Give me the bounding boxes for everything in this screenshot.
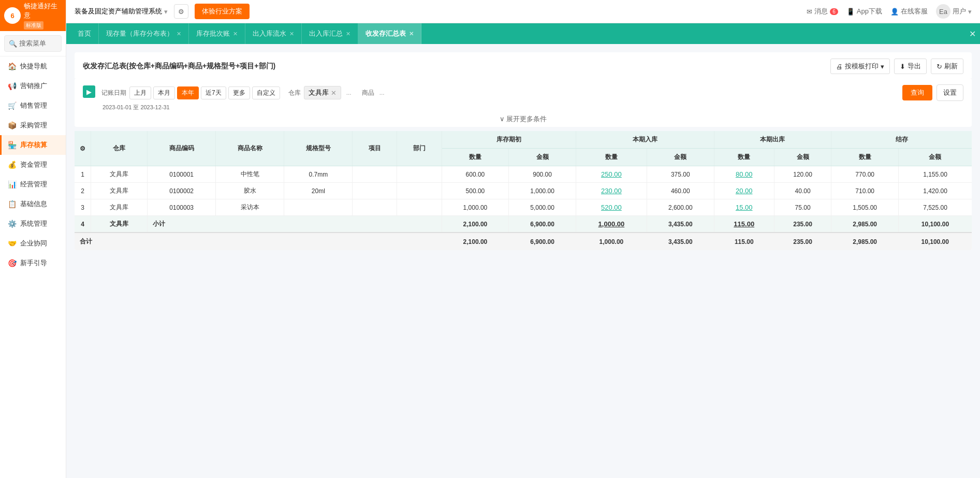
footer-close-amt: 10,100.00 <box>898 233 972 250</box>
enterprise-icon: 🤝 <box>8 239 16 248</box>
filter-settings-button[interactable]: 设置 <box>937 84 963 101</box>
search-menu-button[interactable]: 🔍 搜索菜单 <box>4 35 62 52</box>
date-btn-this-year[interactable]: 本年 <box>177 86 199 99</box>
tab-batch-account[interactable]: 库存批次账 ✕ <box>189 23 245 44</box>
cell-close-qty: 710.00 <box>831 183 899 199</box>
sidebar-item-inventory[interactable]: 🏪 库存核算 <box>0 135 66 155</box>
avatar: Ea <box>936 4 950 19</box>
cell-in-qty[interactable]: 520.00 <box>576 199 647 216</box>
cell-in-amt: 460.00 <box>647 183 714 199</box>
cell-code: 0100001 <box>148 166 216 183</box>
subtotal-no: 4 <box>75 216 91 233</box>
col-closing-group: 结存 <box>831 131 972 149</box>
export-button[interactable]: ⬇ 导出 <box>894 59 927 74</box>
col-out-amt: 金额 <box>774 149 831 166</box>
cell-close-amt: 1,420.00 <box>898 183 972 199</box>
tab-close-in-out-summary[interactable]: ✕ <box>346 31 350 37</box>
basic-icon: 📋 <box>8 200 16 208</box>
cell-project <box>353 183 397 199</box>
date-btn-custom[interactable]: 自定义 <box>252 86 280 99</box>
purchase-icon: 📦 <box>8 121 16 129</box>
cell-warehouse: 文具库 <box>91 183 148 199</box>
sidebar-item-enterprise[interactable]: 🤝 企业协同 <box>0 234 66 253</box>
date-btn-last-month[interactable]: 上月 <box>129 86 151 99</box>
tab-close-batch-account[interactable]: ✕ <box>233 31 238 37</box>
goods-more-button[interactable]: ... <box>377 89 387 96</box>
sidebar-item-system[interactable]: ⚙️ 系统管理 <box>0 214 66 234</box>
cell-in-qty[interactable]: 250.00 <box>576 166 647 183</box>
cell-out-qty[interactable]: 15.00 <box>714 199 774 216</box>
topbar-left: 装备及固定资产辅助管理系统 ▾ ⚙ 体验行业方案 <box>75 4 250 19</box>
home-icon: 🏠 <box>8 62 16 70</box>
cell-project <box>353 199 397 216</box>
page-title-bar: 收发存汇总表(按仓库+商品编码+商品+规格型号+项目+部门) 🖨 按模板打印 ▾… <box>75 52 972 78</box>
subtotal-close-amt: 10,100.00 <box>898 216 972 233</box>
cell-out-qty[interactable]: 80.00 <box>714 166 774 183</box>
cell-open-qty: 500.00 <box>442 183 509 199</box>
cell-out-qty[interactable]: 20.00 <box>714 183 774 199</box>
cell-open-qty: 1,000.00 <box>442 199 509 216</box>
cell-no: 3 <box>75 199 91 216</box>
print-button[interactable]: 🖨 按模板打印 ▾ <box>830 59 890 74</box>
cell-in-qty[interactable]: 230.00 <box>576 183 647 199</box>
operation-icon: 📊 <box>8 180 16 189</box>
date-btn-this-month[interactable]: 本月 <box>153 86 175 99</box>
sidebar-item-finance[interactable]: 💰 资金管理 <box>0 155 66 175</box>
chevron-down-icon: ▾ <box>968 8 972 16</box>
system-name-dropdown[interactable]: 装备及固定资产辅助管理系统 ▾ <box>75 7 168 16</box>
cell-code: 0100003 <box>148 199 216 216</box>
newbie-icon: 🎯 <box>8 259 16 267</box>
tab-in-out-flow[interactable]: 出入库流水 ✕ <box>245 23 302 44</box>
cell-out-amt: 75.00 <box>774 199 831 216</box>
col-close-qty: 数量 <box>831 149 899 166</box>
tab-stock-dist[interactable]: 现存量（库存分布表） ✕ <box>99 23 189 44</box>
sidebar-item-quick-nav[interactable]: 🏠 快捷导航 <box>0 56 66 76</box>
query-button[interactable]: 查询 <box>902 85 932 100</box>
trial-button[interactable]: 体验行业方案 <box>195 4 250 19</box>
cell-dept <box>397 199 442 216</box>
filter-content: 记账日期 上月 本月 本年 近7天 更多 自定义 <box>101 84 963 111</box>
col-project-header: 项目 <box>353 131 397 166</box>
col-out-group: 本期出库 <box>714 131 831 149</box>
user-action[interactable]: Ea 用户 ▾ <box>936 4 972 19</box>
goods-filter-item: 商品 ... <box>362 89 387 97</box>
tab-home[interactable]: 首页 <box>70 23 99 44</box>
table-row: 1 文具库 0100001 中性笔 0.7mm 600.00 900.00 25… <box>75 166 972 183</box>
cell-warehouse: 文具库 <box>91 166 148 183</box>
app-download-action[interactable]: 📱 App下载 <box>846 7 882 16</box>
tab-close-recv-send-summary[interactable]: ✕ <box>409 31 414 37</box>
col-settings: ⚙ <box>75 131 91 166</box>
cell-open-qty: 600.00 <box>442 166 509 183</box>
col-in-group: 本期入库 <box>576 131 714 149</box>
page-actions: 🖨 按模板打印 ▾ ⬇ 导出 ↻ 刷新 <box>830 59 963 74</box>
sidebar-item-marketing[interactable]: 📢 营销推广 <box>0 76 66 96</box>
sidebar-item-purchase[interactable]: 📦 采购管理 <box>0 115 66 135</box>
date-filter-buttons: 上月 本月 本年 近7天 更多 自定义 <box>129 86 280 99</box>
subtotal-in-amt: 3,435.00 <box>647 216 714 233</box>
refresh-button[interactable]: ↻ 刷新 <box>931 59 963 74</box>
subtotal-out-qty: 115.00 <box>714 216 774 233</box>
tab-close-in-out-flow[interactable]: ✕ <box>289 31 294 37</box>
warehouse-tag-close[interactable]: ✕ <box>331 89 337 97</box>
close-all-tabs-button[interactable]: ✕ <box>969 29 976 39</box>
data-table: ⚙ 仓库 商品编码 商品名称 规格型号 项目 部门 库存期初 本期入库 本期出库… <box>75 131 972 250</box>
tab-recv-send-summary[interactable]: 收发存汇总表 ✕ <box>358 23 421 44</box>
settings-button[interactable]: ⚙ <box>174 4 188 19</box>
tab-in-out-summary[interactable]: 出入库汇总 ✕ <box>302 23 358 44</box>
sidebar-item-sales[interactable]: 🛒 销售管理 <box>0 96 66 115</box>
sidebar-item-basic[interactable]: 📋 基础信息 <box>0 194 66 214</box>
sidebar-item-operation[interactable]: 📊 经营管理 <box>0 175 66 194</box>
tab-close-stock-dist[interactable]: ✕ <box>177 31 181 37</box>
finance-icon: 💰 <box>8 161 16 169</box>
date-btn-more[interactable]: 更多 <box>228 86 250 99</box>
cell-project <box>353 166 397 183</box>
sidebar-item-newbie[interactable]: 🎯 新手引导 <box>0 253 66 273</box>
subtotal-open-qty: 2,100.00 <box>442 216 509 233</box>
filter-arrow-button[interactable]: ▶ <box>83 85 95 98</box>
message-action[interactable]: ✉ 消息 6 <box>807 7 838 16</box>
table-footer-row: 合计 2,100.00 6,900.00 1,000.00 3,435.00 1… <box>75 233 972 250</box>
date-btn-7days[interactable]: 近7天 <box>201 86 226 99</box>
expand-filter-button[interactable]: ∨ 展开更多条件 <box>83 111 963 127</box>
warehouse-more-button[interactable]: ... <box>344 89 354 96</box>
online-service-action[interactable]: 👤 在线客服 <box>890 7 928 16</box>
